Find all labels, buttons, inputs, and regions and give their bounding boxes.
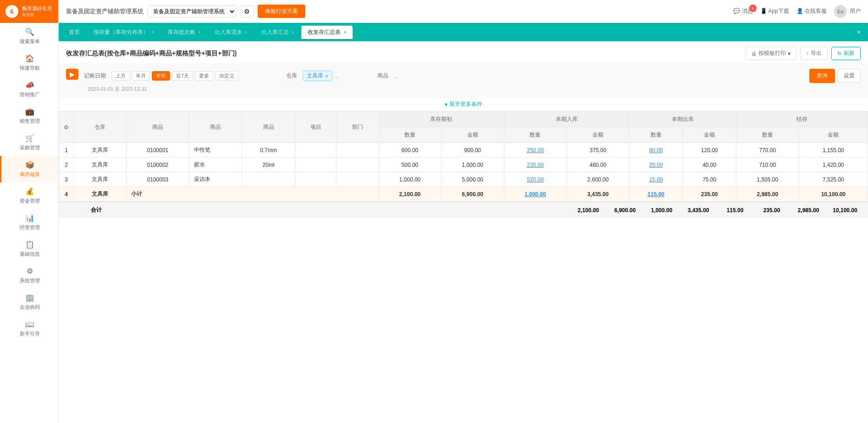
sidebar-item-enterprise-label: 企业协同 — [20, 304, 40, 311]
row-balance-qty-2: 1,505.00 — [736, 172, 799, 187]
row-balance-qty-1: 710.00 — [736, 158, 799, 172]
sidebar-item-marketing-label: 营销推广 — [20, 91, 40, 98]
row-spec-2 — [242, 172, 295, 187]
refresh-button[interactable]: ↻ 刷新 — [831, 47, 861, 60]
row-out-qty-1[interactable]: 20.00 — [629, 158, 683, 172]
filter-settings-button[interactable]: 设置 — [838, 69, 861, 83]
expand-more-button[interactable]: ▾ 展开更多条件 — [445, 100, 482, 108]
sidebar-item-inventory[interactable]: 📦 库存核算 — [0, 156, 58, 182]
filter-area: ▶ 记账日期 上月 本月 本年 近7天 更多 自定义 仓库 — [59, 64, 868, 98]
export-label: 导出 — [811, 49, 822, 57]
row-warehouse-0: 文具库 — [74, 143, 127, 158]
row-spec-1: 20ml — [242, 158, 295, 172]
service-icon: 👤 — [796, 8, 803, 14]
user-avatar: Ea — [834, 5, 847, 18]
quicknav-icon: 🏠 — [25, 54, 34, 63]
row-out-amt-0: 120.00 — [683, 143, 736, 158]
footer-balance-qty: 2,985.00 — [790, 207, 827, 214]
date-btn-this-month[interactable]: 本月 — [132, 71, 150, 81]
sidebar-item-system-label: 系统管理 — [20, 277, 40, 284]
row-opening-amt-0: 900.00 — [441, 143, 504, 158]
app-download-link[interactable]: 📱 App下载 — [760, 7, 789, 15]
online-service-link[interactable]: 👤 在线客服 — [796, 7, 827, 15]
sidebar-item-purchase[interactable]: 🛒 采购管理 — [0, 129, 58, 156]
row-out-qty-0[interactable]: 80.00 — [629, 143, 683, 158]
warehouse-tag-close[interactable]: × — [325, 73, 328, 79]
th-out-group: 本期出库 — [629, 112, 736, 127]
subtotal-opening-qty: 2,100.00 — [379, 187, 442, 202]
tab-batch-account-close[interactable]: × — [198, 30, 201, 35]
date-range-row: 2023-01-01 至 2023-12-31 — [84, 86, 861, 93]
row-in-qty-0[interactable]: 250.00 — [504, 143, 567, 158]
warehouse-tag-text: 文具库 — [307, 72, 323, 80]
logo-title: 畅库通好生意 — [22, 5, 52, 11]
export-button[interactable]: ↑ 导出 — [800, 47, 828, 60]
warehouse-filter: 文具库 × ... — [303, 71, 338, 81]
app-selector[interactable]: 装备及固定资产辅助管理系统 — [147, 5, 236, 17]
print-button[interactable]: 🖨 按模板打印 ▾ — [745, 47, 796, 60]
tab-inout-summary-close[interactable]: × — [292, 30, 294, 35]
sidebar-item-basic[interactable]: 📋 基础信息 — [0, 236, 58, 262]
subtotal-row: 4 文具库 小计 2,100.00 6,900.00 1,000.00 3,43… — [59, 187, 868, 202]
query-button[interactable]: 查询 — [809, 69, 835, 83]
sidebar-item-newuser[interactable]: 📖 新手引导 — [0, 315, 58, 342]
app-title: 装备及固定资产辅助管理系统 — [66, 7, 144, 16]
date-btn-this-year[interactable]: 本年 — [152, 71, 170, 81]
footer-out-amt: 235.00 — [753, 207, 790, 214]
sidebar-item-search[interactable]: 🔍 搜索菜单 — [0, 23, 58, 49]
tab-recv-send-summary[interactable]: 收发存汇总表 × — [301, 26, 353, 39]
tab-inout-summary[interactable]: 出入库汇总 × — [255, 26, 301, 39]
sidebar-item-marketing[interactable]: 📣 营销推广 — [0, 76, 58, 103]
tab-inout-flow-close[interactable]: × — [245, 30, 248, 35]
tab-batch-account[interactable]: 库存批次账 × — [161, 26, 207, 39]
sidebar-item-finance[interactable]: 💰 资金管理 — [0, 182, 58, 209]
basic-icon: 📋 — [25, 240, 34, 249]
row-dept-0 — [337, 143, 379, 158]
tab-stock-distribution[interactable]: 现存量（库存分布表） × — [87, 26, 160, 39]
user-area[interactable]: Ea 用户 — [834, 5, 861, 18]
sidebar-item-operations[interactable]: 📊 经营管理 — [0, 209, 58, 236]
refresh-icon: ↻ — [837, 50, 842, 57]
date-btn-last-7-days[interactable]: 近7天 — [172, 71, 193, 81]
sidebar-item-system[interactable]: ⚙ 系统管理 — [0, 262, 58, 289]
row-in-amt-0: 375.00 — [567, 143, 630, 158]
notification-bell[interactable]: 💬 6 消息 — [733, 7, 752, 15]
tab-stock-distribution-close[interactable]: × — [151, 30, 154, 35]
th-balance-group: 结存 — [736, 112, 868, 127]
sidebar-item-sales-label: 销售管理 — [20, 118, 40, 125]
row-in-qty-2[interactable]: 520.00 — [504, 172, 567, 187]
subtotal-in-qty[interactable]: 1,000.00 — [504, 187, 567, 202]
row-name-0: 中性笔 — [189, 143, 242, 158]
settings-gear-button[interactable]: ⚙ — [240, 5, 254, 17]
logo-letter: 6 — [10, 8, 14, 15]
row-in-amt-1: 460.00 — [567, 158, 630, 172]
sidebar-item-sales[interactable]: 💼 销售管理 — [0, 103, 58, 129]
purchase-icon: 🛒 — [25, 134, 34, 143]
warehouse-more[interactable]: ... — [334, 73, 339, 79]
date-btn-last-month[interactable]: 上月 — [111, 71, 130, 81]
row-out-amt-2: 75.00 — [683, 172, 736, 187]
date-btn-more[interactable]: 更多 — [195, 71, 213, 81]
row-out-qty-2[interactable]: 15.00 — [629, 172, 683, 187]
th-product-name: 商品 — [189, 112, 242, 143]
subtotal-out-qty[interactable]: 115.00 — [629, 187, 683, 202]
sidebar-item-enterprise[interactable]: 🏢 企业协同 — [0, 289, 58, 315]
subtotal-warehouse: 文具库 — [74, 187, 127, 202]
page-header: 收发存汇总表(按仓库+商品编码+商品+规格型号+项目+部门) 🖨 按模板打印 ▾… — [59, 41, 868, 64]
tab-bar-close-all[interactable]: × — [853, 28, 864, 36]
tab-home[interactable]: 首页 — [62, 26, 86, 39]
trial-button[interactable]: 体验行业方案 — [258, 5, 305, 18]
row-in-qty-1[interactable]: 230.00 — [504, 158, 567, 172]
th-opening-group: 库存期初 — [379, 112, 504, 127]
filter-toggle-button[interactable]: ▶ — [66, 69, 78, 80]
system-icon: ⚙ — [27, 267, 33, 275]
row-in-amt-2: 2,600.00 — [567, 172, 630, 187]
tab-recv-send-summary-close[interactable]: × — [343, 30, 346, 35]
tab-inout-flow[interactable]: 出入库流水 × — [208, 26, 254, 39]
subtotal-opening-amt: 6,900.00 — [441, 187, 504, 202]
sidebar-item-quicknav[interactable]: 🏠 快捷导航 — [0, 49, 58, 76]
date-btn-custom[interactable]: 自定义 — [215, 71, 238, 81]
th-settings[interactable]: ⚙ — [59, 112, 74, 143]
filter-content: 记账日期 上月 本月 本年 近7天 更多 自定义 仓库 — [84, 69, 861, 93]
product-more[interactable]: ... — [394, 73, 398, 79]
